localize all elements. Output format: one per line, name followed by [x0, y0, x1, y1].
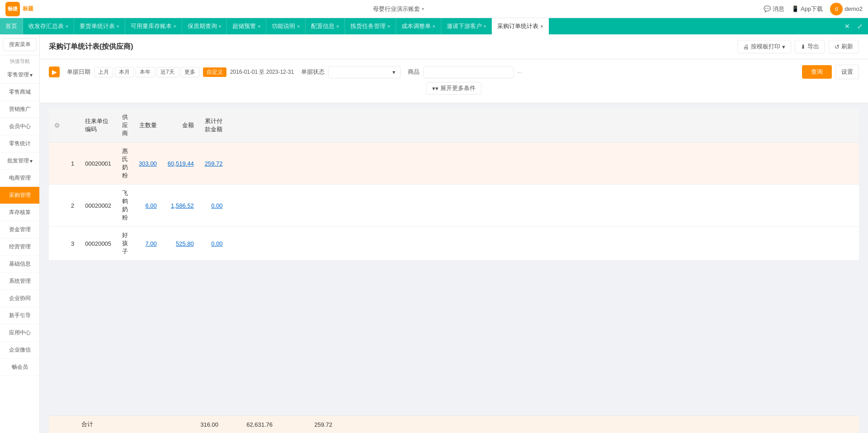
sidebar-item-sys_mgmt[interactable]: 系统管理: [0, 273, 39, 290]
chevron-down-icon: ×: [387, 24, 390, 29]
sidebar-item-enterprise_collab[interactable]: 企业协同: [0, 290, 39, 307]
refresh-icon: ↺: [835, 43, 840, 50]
search-menu-button[interactable]: 搜索菜单: [3, 38, 37, 51]
row-amount[interactable]: 525.80: [162, 227, 199, 261]
row-quantity[interactable]: 303.00: [133, 143, 162, 185]
nav-tab-label: 可用量库存账本: [131, 22, 172, 30]
row-quantity[interactable]: 6.00: [133, 185, 162, 227]
app-download-button[interactable]: 📱 App下载: [792, 5, 823, 13]
sidebar-items: 零售管理 ▾零售商城营销推广会员中心零售统计批发管理 ▾电商管理采购管理库存核算…: [0, 67, 39, 376]
nav-tab-config_info[interactable]: 配置信息 ×: [306, 18, 345, 34]
print-button[interactable]: 🖨 按模板打印 ▾: [737, 40, 791, 53]
settings-button[interactable]: 设置: [835, 65, 859, 79]
nav-tab-invite_downstream[interactable]: 邀请下游客户 ×: [441, 18, 492, 34]
sidebar-item-ecommerce_mgmt[interactable]: 电商管理: [0, 170, 39, 187]
status-select[interactable]: ▾: [328, 66, 401, 78]
expand-icon: ▾▾: [432, 85, 439, 92]
sidebar-item-label: 企业微信: [9, 347, 31, 353]
sidebar-item-retail_stats[interactable]: 零售统计: [0, 135, 39, 152]
row-empty: [228, 185, 859, 227]
sidebar-item-finance_mgmt[interactable]: 资金管理: [0, 221, 39, 238]
sidebar-item-new_guide[interactable]: 新手引导: [0, 307, 39, 324]
sidebar-item-marketing[interactable]: 营销推广: [0, 101, 39, 118]
export-button[interactable]: ⬇ 导出: [795, 40, 825, 53]
goods-input[interactable]: [423, 66, 514, 78]
table-row: 3 00020005 好孩子 7.00 525.80 0.00: [49, 227, 859, 261]
query-button[interactable]: 查询: [802, 65, 832, 79]
sidebar-item-inventory_check[interactable]: 库存核算: [0, 204, 39, 221]
gear-icon[interactable]: ⚙: [54, 122, 60, 129]
row-supplier: 好孩子: [117, 227, 133, 261]
row-code: 00020002: [80, 185, 117, 227]
sidebar-item-member_center[interactable]: 会员中心: [0, 118, 39, 135]
workspace-selector[interactable]: 母婴行业演示账套 ▾: [373, 5, 424, 13]
sidebar-item-label: 零售商城: [9, 89, 31, 95]
row-amount[interactable]: 1,586.52: [162, 185, 199, 227]
row-paid[interactable]: 0.00: [199, 227, 228, 261]
close-all-tabs-button[interactable]: ✕: [841, 20, 854, 33]
date-shortcut-更多[interactable]: 更多: [180, 67, 199, 77]
row-settings: [49, 185, 66, 227]
date-shortcut-近7天[interactable]: 近7天: [156, 67, 179, 77]
goods-filter-label: 商品: [408, 68, 420, 76]
expand-conditions-button[interactable]: ▾▾ 展开更多条件: [426, 82, 481, 95]
expand-label: 展开更多条件: [440, 84, 476, 92]
table-footer: 合计 316.00 62,631.76 259.72: [49, 415, 859, 433]
sidebar-item-app_center[interactable]: 应用中心: [0, 324, 39, 342]
nav-tab-home[interactable]: 首页: [0, 18, 23, 34]
sidebar-item-retail_store[interactable]: 零售商城: [0, 84, 39, 101]
sidebar-item-wholesale_mgmt[interactable]: 批发管理 ▾: [0, 152, 39, 170]
row-paid[interactable]: 259.72: [199, 143, 228, 185]
refresh-button[interactable]: ↺ 刷新: [829, 40, 859, 53]
status-select-chevron-icon: ▾: [392, 69, 396, 76]
settings-col-header[interactable]: ⚙: [49, 109, 66, 143]
sidebar-item-vip_member[interactable]: 畅会员: [0, 359, 39, 376]
nav-tab-available_stock[interactable]: 可用量库存账本 ×: [125, 18, 182, 34]
date-filter-group: 单据日期 上月本月本年近7天更多 自定义 2016-01-01 至 2023-1…: [67, 67, 294, 77]
custom-date-tag: 自定义: [203, 67, 226, 77]
more-options-icon[interactable]: ···: [517, 69, 522, 76]
expand-window-button[interactable]: ⤢: [854, 20, 866, 33]
row-amount[interactable]: 60,519.44: [162, 143, 199, 185]
sidebar-item-purchase_mgmt[interactable]: 采购管理: [0, 187, 39, 204]
sidebar-item-enterprise_wechat[interactable]: 企业微信: [0, 342, 39, 359]
user-profile[interactable]: d demo2: [830, 3, 863, 15]
header-actions: 🖨 按模板打印 ▾ ⬇ 导出 ↺ 刷新: [737, 40, 859, 53]
sidebar-item-basic_info[interactable]: 基础信息: [0, 256, 39, 273]
user-name: demo2: [844, 5, 863, 12]
status-filter-group: 单据状态 ▾: [301, 66, 401, 78]
sidebar-item-ops_mgmt[interactable]: 经营管理: [0, 238, 39, 256]
empty-col-header: [228, 109, 859, 143]
nav-tab-cost_adjust[interactable]: 成本调整单 ×: [396, 18, 441, 34]
table-row: 1 00020001 惠氏奶粉 303.00 60,519.44 259.72: [49, 143, 859, 185]
nav-actions: ✕ ⤢: [841, 20, 868, 33]
logo-icon-text: 畅捷: [8, 5, 18, 12]
date-shortcut-本月[interactable]: 本月: [115, 67, 134, 77]
sidebar-item-retail_mgmt[interactable]: 零售管理 ▾: [0, 67, 39, 84]
row-paid[interactable]: 0.00: [199, 185, 228, 227]
nav-tab-overstock_warning[interactable]: 超储预警 ×: [227, 18, 266, 34]
avatar: d: [830, 3, 843, 15]
date-shortcuts: 上月本月本年近7天更多: [94, 67, 199, 77]
footer-label: 合计: [54, 420, 179, 428]
sidebar-item-label: 采购管理: [9, 192, 31, 198]
quantity-col-header: 主数量: [133, 109, 162, 143]
nav-tab-income_summary[interactable]: 收发存汇总表 ×: [23, 18, 74, 34]
row-supplier: 飞鹤奶粉: [117, 185, 133, 227]
row-quantity[interactable]: 7.00: [133, 227, 162, 261]
date-shortcut-本年[interactable]: 本年: [136, 67, 155, 77]
date-shortcut-上月[interactable]: 上月: [94, 67, 113, 77]
chevron-down-icon: ×: [258, 24, 260, 29]
message-button[interactable]: 💬 消息: [764, 5, 784, 13]
nav-tab-order_stats[interactable]: 要货单统计表 ×: [74, 18, 125, 34]
nav-tab-func_desc[interactable]: 功能说明 ×: [266, 18, 306, 34]
row-settings: [49, 227, 66, 261]
nav-tab-shelf_query[interactable]: 保质期查询 ×: [182, 18, 227, 34]
nav-tab-purchase_stats[interactable]: 采购订单统计表 ×: [492, 18, 549, 34]
nav-tab-label: 收发存汇总表: [28, 22, 64, 30]
nav-tab-pick_task[interactable]: 拣货任务管理 ×: [345, 18, 396, 34]
filter-toggle-button[interactable]: ▶: [49, 67, 60, 77]
print-icon: 🖨: [743, 43, 749, 50]
app-label: App下载: [801, 5, 823, 13]
code-col-header: 往来单位编码: [80, 109, 117, 143]
